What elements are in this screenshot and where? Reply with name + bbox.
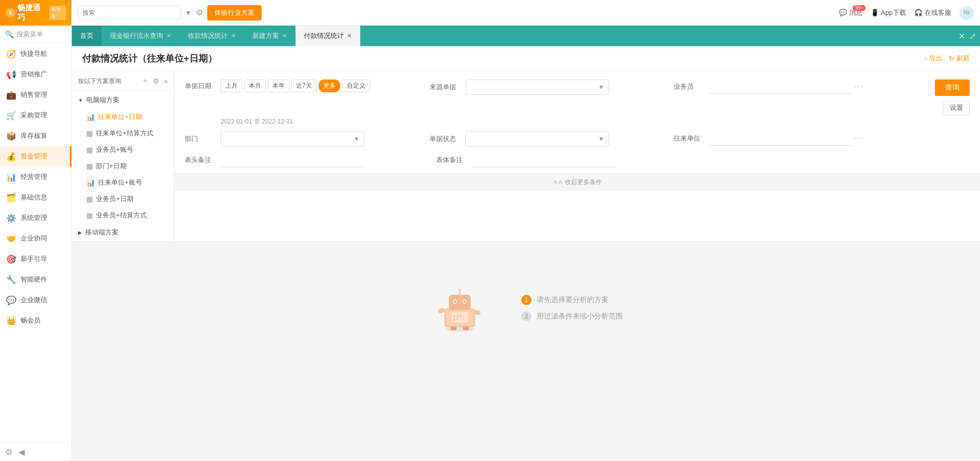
tab-payment-stats[interactable]: 付款情况统计 ✕	[296, 26, 360, 46]
export-icon: ↑	[924, 55, 928, 63]
sidebar-item-marketing[interactable]: 📢 营销推广	[0, 64, 71, 85]
export-btn[interactable]: ↑ 导出	[924, 54, 943, 63]
settings-footer-icon[interactable]: ⚙	[5, 447, 12, 457]
scheme-item-salesman-date[interactable]: ▦ 业务员+日期	[72, 191, 174, 207]
tab-receipt-stats-close[interactable]: ✕	[231, 32, 236, 39]
sidebar-item-finance[interactable]: 💰 资金管理	[0, 146, 71, 167]
tab-receipt-stats[interactable]: 收款情况统计 ✕	[180, 26, 244, 46]
table-body-note-input[interactable]	[472, 153, 616, 167]
collapse-sidebar-icon[interactable]: ◀	[18, 447, 25, 457]
refresh-btn[interactable]: ↻ 刷新	[949, 54, 970, 63]
sidebar-item-guide[interactable]: 🎯 新手引导	[0, 249, 71, 269]
marketing-icon: 📢	[6, 69, 16, 79]
collapse-bar[interactable]: ∧∧ 收起更多条件	[174, 173, 980, 191]
svg-rect-5	[449, 295, 471, 310]
tab-bank-flow[interactable]: 现金银行流水查询 ✕	[102, 26, 180, 46]
tabs-bar: 首页 现金银行流水查询 ✕ 收款情况统计 ✕ 新建方案 ✕ 付款情况统计 ✕ ✕…	[72, 26, 980, 46]
filter-table-header-note-col: 表头备注	[185, 153, 426, 167]
partner-input[interactable]	[710, 131, 853, 146]
date-buttons: 上月 本月 本年 近7天 更多 自定义	[221, 79, 370, 92]
sidebar-item-quick-nav[interactable]: 🧭 快捷导航	[0, 44, 71, 64]
sidebar-item-operations[interactable]: 📊 经营管理	[0, 167, 71, 187]
app-download-btn[interactable]: 📱 App下载	[871, 8, 906, 17]
sidebar-item-purchase[interactable]: 🛒 采购管理	[0, 105, 71, 126]
sidebar-item-vip[interactable]: 👑 畅会员	[0, 310, 71, 331]
date-btn-7days[interactable]: 近7天	[291, 79, 317, 92]
sidebar-item-inventory[interactable]: 📦 库存核算	[0, 126, 71, 146]
tab-payment-stats-label: 付款情况统计	[304, 31, 344, 41]
svg-point-21	[457, 318, 458, 320]
dept-select[interactable]: ▼	[221, 131, 364, 147]
topbar-search-input[interactable]	[78, 6, 181, 20]
table-icon: ▦	[86, 195, 93, 203]
date-btn-last-month[interactable]: 上月	[221, 79, 242, 92]
tab-home[interactable]: 首页	[72, 26, 102, 46]
dropdown-arrow-icon[interactable]: ▼	[185, 9, 192, 17]
salesman-label: 业务员	[674, 82, 710, 91]
filter-row-notes: 表头备注 表体备注	[185, 153, 970, 167]
tab-new-scheme-close[interactable]: ✕	[282, 32, 287, 39]
filter-actions: 查询 设置	[918, 79, 970, 115]
date-btn-more[interactable]: 更多	[319, 79, 340, 92]
table-header-note-input[interactable]	[221, 153, 364, 167]
filter-dept-col: 部门 ▼	[185, 131, 429, 147]
sidebar-item-basic[interactable]: 🗂️ 基础信息	[0, 187, 71, 208]
tab-payment-stats-close[interactable]: ✕	[347, 32, 352, 39]
table-icon: ▦	[86, 211, 93, 219]
add-scheme-icon[interactable]: ＋	[142, 76, 149, 86]
expand-tabs-icon[interactable]: ⤢	[969, 31, 976, 41]
salesman-input[interactable]	[710, 79, 853, 94]
scheme-item-partner-account[interactable]: 📊 往来单位+账号	[72, 174, 174, 191]
trial-btn[interactable]: 体验行业方案	[207, 5, 262, 21]
query-btn[interactable]: 查询	[935, 79, 970, 96]
scheme-sidebar-title: 按以下方案查询	[78, 77, 121, 86]
online-service-btn[interactable]: 🎧 在线客服	[914, 8, 951, 17]
svg-point-17	[454, 315, 455, 317]
scheme-group-header-mobile[interactable]: ▶ 移动端方案	[72, 224, 174, 241]
salesman-more-icon[interactable]: ···	[853, 82, 863, 91]
tabs-actions: ✕ ⤢	[958, 31, 980, 41]
step2-text: 用过滤条件来缩小分析范围	[537, 312, 623, 321]
partner-label: 往来单位	[674, 134, 710, 143]
table-header-note-label: 表头备注	[185, 155, 221, 165]
scheme-item-partner-date[interactable]: 📊 往来单位+日期	[72, 109, 174, 125]
sidebar-item-system[interactable]: ⚙️ 系统管理	[0, 208, 71, 228]
scheme-item-salesman-account[interactable]: ▦ 业务员+账号	[72, 142, 174, 158]
date-btn-custom[interactable]: 自定义	[342, 79, 370, 92]
sidebar-item-enterprise[interactable]: 🤝 企业协同	[0, 228, 71, 249]
empty-state-content: 1 请先选择要分析的方案 2 用过滤条件来缩小分析范围	[429, 283, 623, 334]
tab-bank-flow-close[interactable]: ✕	[166, 32, 171, 39]
topbar-gear-icon[interactable]: ⚙	[196, 8, 203, 17]
message-btn[interactable]: 💬 消息 99+	[839, 8, 863, 17]
filter-panel: 单据日期 上月 本月 本年 近7天 更多 自定义 来源单据	[174, 71, 980, 241]
hardware-icon: 🔧	[6, 274, 16, 285]
scheme-collapse-icon[interactable]: «	[164, 77, 168, 85]
date-range-display: 2022-01-01 至 2022-12-31	[221, 117, 970, 126]
sidebar-item-hardware[interactable]: 🔧 智能硬件	[0, 269, 71, 290]
sidebar-item-sales[interactable]: 💼 销售管理	[0, 85, 71, 105]
tab-new-scheme[interactable]: 新建方案 ✕	[244, 26, 296, 46]
tab-bank-flow-label: 现金银行流水查询	[110, 31, 163, 41]
scheme-settings-icon[interactable]: ⚙	[153, 77, 160, 85]
step2-circle: 2	[521, 311, 532, 322]
date-btn-this-year[interactable]: 本年	[268, 79, 289, 92]
sidebar-item-wechat[interactable]: 💬 企业微信	[0, 290, 71, 310]
close-all-tabs-icon[interactable]: ✕	[958, 31, 965, 41]
scheme-item-partner-settle[interactable]: ▦ 往来单位+结算方式	[72, 125, 174, 142]
avatar[interactable]: Rit	[959, 6, 974, 20]
date-btn-this-month[interactable]: 本月	[244, 79, 266, 92]
source-label: 来源单据	[429, 83, 465, 92]
dept-label: 部门	[185, 134, 221, 144]
app-icon: 📱	[871, 9, 879, 16]
voucher-status-arrow-icon: ▼	[598, 135, 604, 143]
sidebar-nav: 🧭 快捷导航 📢 营销推广 💼 销售管理 🛒 采购管理 📦 库存核算 💰	[0, 44, 71, 443]
vip-icon: 👑	[6, 315, 16, 326]
source-select[interactable]: ▼	[465, 79, 609, 95]
scheme-item-dept-date[interactable]: ▦ 部门+日期	[72, 158, 174, 174]
scheme-item-salesman-settle[interactable]: ▦ 业务员+结算方式	[72, 207, 174, 224]
sidebar-search[interactable]: 🔍 搜索菜单	[0, 26, 71, 44]
scheme-group-header-pc[interactable]: ▼ 电脑端方案	[72, 91, 174, 109]
partner-more-icon[interactable]: ···	[853, 134, 863, 143]
settings-btn[interactable]: 设置	[943, 100, 970, 115]
voucher-status-select[interactable]: ▼	[465, 131, 609, 147]
